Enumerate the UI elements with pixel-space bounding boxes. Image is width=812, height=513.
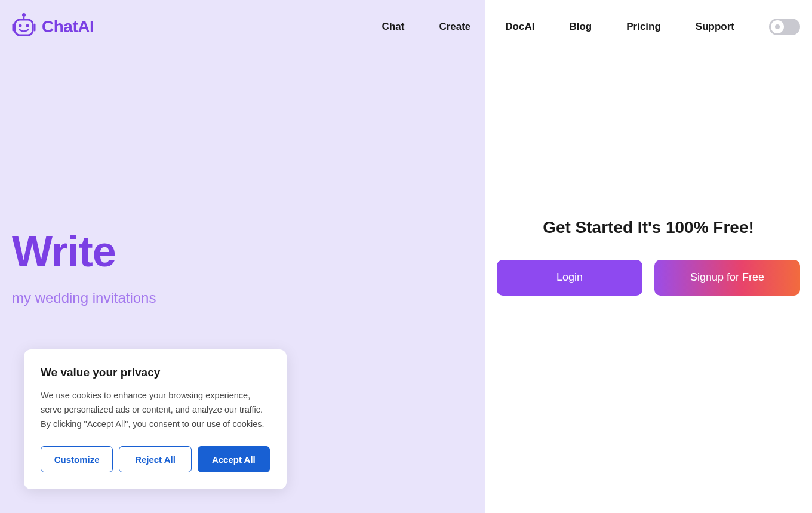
brand-name: ChatAI xyxy=(42,17,94,36)
nav-blog[interactable]: Blog xyxy=(569,21,592,33)
cta-section: Get Started It's 100% Free! Login Signup… xyxy=(485,218,812,296)
nav-docai[interactable]: DocAI xyxy=(505,21,534,33)
auth-panel: Get Started It's 100% Free! Login Signup… xyxy=(485,0,812,513)
cta-buttons: Login Signup for Free xyxy=(497,260,800,296)
svg-point-4 xyxy=(26,24,29,27)
main-nav: Chat Create DocAI Blog Pricing Support xyxy=(382,0,800,54)
cookie-customize-button[interactable]: Customize xyxy=(41,446,113,472)
svg-point-3 xyxy=(19,24,22,27)
hero-title: Write xyxy=(12,230,156,273)
login-button[interactable]: Login xyxy=(497,260,642,296)
svg-rect-2 xyxy=(15,20,33,35)
nav-pricing[interactable]: Pricing xyxy=(626,21,661,33)
cookie-banner: We value your privacy We use cookies to … xyxy=(24,349,287,489)
robot-icon xyxy=(12,11,36,42)
nav-chat[interactable]: Chat xyxy=(382,21,405,33)
cookie-accept-button[interactable]: Accept All xyxy=(198,446,270,472)
cta-title: Get Started It's 100% Free! xyxy=(497,218,800,237)
signup-button[interactable]: Signup for Free xyxy=(654,260,800,296)
nav-support[interactable]: Support xyxy=(696,21,734,33)
svg-point-0 xyxy=(22,13,26,17)
nav-create[interactable]: Create xyxy=(439,21,470,33)
toggle-knob-icon xyxy=(771,20,784,33)
hero-content: Write my wedding invitations xyxy=(12,230,156,306)
theme-toggle[interactable] xyxy=(769,19,800,35)
hero-subtitle: my wedding invitations xyxy=(12,290,156,306)
logo[interactable]: ChatAI xyxy=(12,11,94,42)
cookie-title: We value your privacy xyxy=(41,366,270,379)
cookie-reject-button[interactable]: Reject All xyxy=(119,446,191,472)
cookie-text: We use cookies to enhance your browsing … xyxy=(41,389,270,432)
cookie-buttons: Customize Reject All Accept All xyxy=(41,446,270,472)
